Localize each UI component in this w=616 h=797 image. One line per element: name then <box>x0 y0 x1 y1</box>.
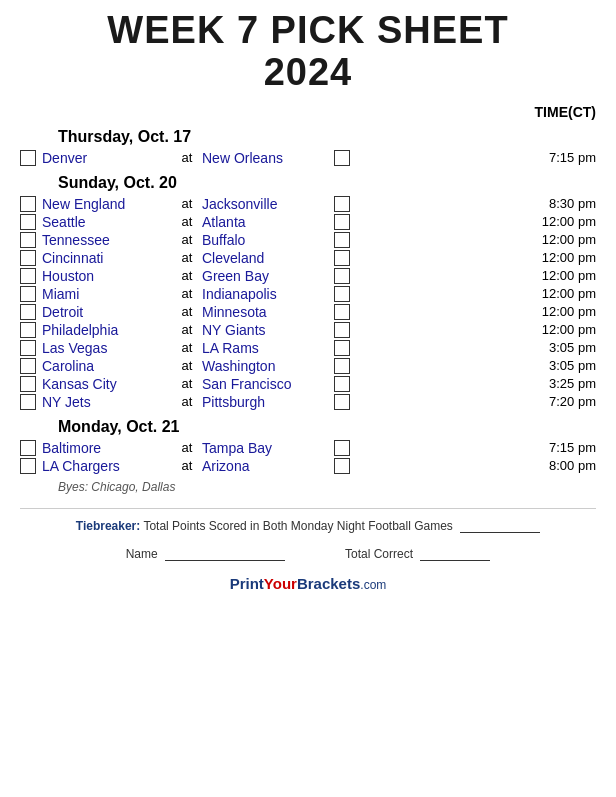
team-away: Las Vegas <box>42 340 172 356</box>
game-row: NY JetsatPittsburgh7:20 pm <box>20 394 596 410</box>
game-time: 12:00 pm <box>542 250 596 265</box>
checkbox-away[interactable] <box>20 304 36 320</box>
checkbox-away[interactable] <box>20 340 36 356</box>
name-underline <box>165 560 285 561</box>
brand-brackets: Brackets <box>297 575 360 592</box>
checkbox-home[interactable] <box>334 458 350 474</box>
section-header-1: Sunday, Oct. 20 <box>58 174 596 192</box>
checkbox-home[interactable] <box>334 440 350 456</box>
tiebreaker-section: Tiebreaker: Total Points Scored in Both … <box>20 519 596 533</box>
game-row: TennesseeatBuffalo12:00 pm <box>20 232 596 248</box>
checkbox-home[interactable] <box>334 232 350 248</box>
game-row: CincinnatiatCleveland12:00 pm <box>20 250 596 266</box>
team-away: Cincinnati <box>42 250 172 266</box>
at-text: at <box>172 394 202 409</box>
game-row: New EnglandatJacksonville8:30 pm <box>20 196 596 212</box>
section-header-0: Thursday, Oct. 17 <box>58 128 596 146</box>
checkbox-away[interactable] <box>20 458 36 474</box>
at-text: at <box>172 304 202 319</box>
team-home: New Orleans <box>202 150 332 166</box>
team-home: Tampa Bay <box>202 440 332 456</box>
team-away: LA Chargers <box>42 458 172 474</box>
brand-dotcom: .com <box>360 578 386 592</box>
at-text: at <box>172 440 202 455</box>
game-row: MiamiatIndianapolis12:00 pm <box>20 286 596 302</box>
team-home: Buffalo <box>202 232 332 248</box>
at-text: at <box>172 358 202 373</box>
checkbox-away[interactable] <box>20 268 36 284</box>
game-row: PhiladelphiaatNY Giants12:00 pm <box>20 322 596 338</box>
team-home: LA Rams <box>202 340 332 356</box>
team-away: Tennessee <box>42 232 172 248</box>
game-row: Kansas CityatSan Francisco3:25 pm <box>20 376 596 392</box>
time-header-label: TIME(CT) <box>535 104 596 120</box>
game-time: 12:00 pm <box>542 268 596 283</box>
at-text: at <box>172 340 202 355</box>
team-home: Cleveland <box>202 250 332 266</box>
section-header-2: Monday, Oct. 21 <box>58 418 596 436</box>
at-text: at <box>172 150 202 165</box>
checkbox-home[interactable] <box>334 250 350 266</box>
checkbox-home[interactable] <box>334 196 350 212</box>
tiebreaker-label: Tiebreaker: <box>76 519 140 533</box>
game-time: 12:00 pm <box>542 232 596 247</box>
game-time: 8:00 pm <box>549 458 596 473</box>
checkbox-home[interactable] <box>334 150 350 166</box>
team-away: NY Jets <box>42 394 172 410</box>
team-home: San Francisco <box>202 376 332 392</box>
checkbox-away[interactable] <box>20 322 36 338</box>
checkbox-away[interactable] <box>20 214 36 230</box>
games-container: Thursday, Oct. 17DenveratNew Orleans7:15… <box>20 128 596 474</box>
checkbox-home[interactable] <box>334 304 350 320</box>
brand-print: Print <box>230 575 264 592</box>
game-time: 3:05 pm <box>549 358 596 373</box>
at-text: at <box>172 376 202 391</box>
byes-text: Byes: Chicago, Dallas <box>58 480 596 494</box>
at-text: at <box>172 250 202 265</box>
checkbox-away[interactable] <box>20 286 36 302</box>
team-away: Denver <box>42 150 172 166</box>
team-home: NY Giants <box>202 322 332 338</box>
game-row: LA ChargersatArizona8:00 pm <box>20 458 596 474</box>
team-away: Miami <box>42 286 172 302</box>
checkbox-home[interactable] <box>334 358 350 374</box>
game-time: 7:15 pm <box>549 150 596 165</box>
checkbox-home[interactable] <box>334 340 350 356</box>
game-time: 12:00 pm <box>542 322 596 337</box>
checkbox-away[interactable] <box>20 394 36 410</box>
team-home: Minnesota <box>202 304 332 320</box>
game-time: 7:15 pm <box>549 440 596 455</box>
tiebreaker-line <box>460 532 540 533</box>
checkbox-home[interactable] <box>334 322 350 338</box>
game-row: SeattleatAtlanta12:00 pm <box>20 214 596 230</box>
checkbox-home[interactable] <box>334 286 350 302</box>
game-row: DetroitatMinnesota12:00 pm <box>20 304 596 320</box>
checkbox-home[interactable] <box>334 376 350 392</box>
team-home: Arizona <box>202 458 332 474</box>
team-away: New England <box>42 196 172 212</box>
checkbox-away[interactable] <box>20 358 36 374</box>
checkbox-home[interactable] <box>334 394 350 410</box>
team-home: Pittsburgh <box>202 394 332 410</box>
name-total-row: Name Total Correct <box>20 547 596 561</box>
at-text: at <box>172 232 202 247</box>
title-line2: 2024 <box>264 51 353 93</box>
checkbox-away[interactable] <box>20 150 36 166</box>
checkbox-away[interactable] <box>20 196 36 212</box>
checkbox-home[interactable] <box>334 214 350 230</box>
team-home: Indianapolis <box>202 286 332 302</box>
game-time: 12:00 pm <box>542 286 596 301</box>
at-text: at <box>172 196 202 211</box>
checkbox-away[interactable] <box>20 232 36 248</box>
game-row: DenveratNew Orleans7:15 pm <box>20 150 596 166</box>
total-underline <box>420 560 490 561</box>
game-time: 3:05 pm <box>549 340 596 355</box>
checkbox-away[interactable] <box>20 440 36 456</box>
at-text: at <box>172 286 202 301</box>
checkbox-home[interactable] <box>334 268 350 284</box>
game-row: HoustonatGreen Bay12:00 pm <box>20 268 596 284</box>
checkbox-away[interactable] <box>20 376 36 392</box>
checkbox-away[interactable] <box>20 250 36 266</box>
game-time: 12:00 pm <box>542 214 596 229</box>
at-text: at <box>172 458 202 473</box>
